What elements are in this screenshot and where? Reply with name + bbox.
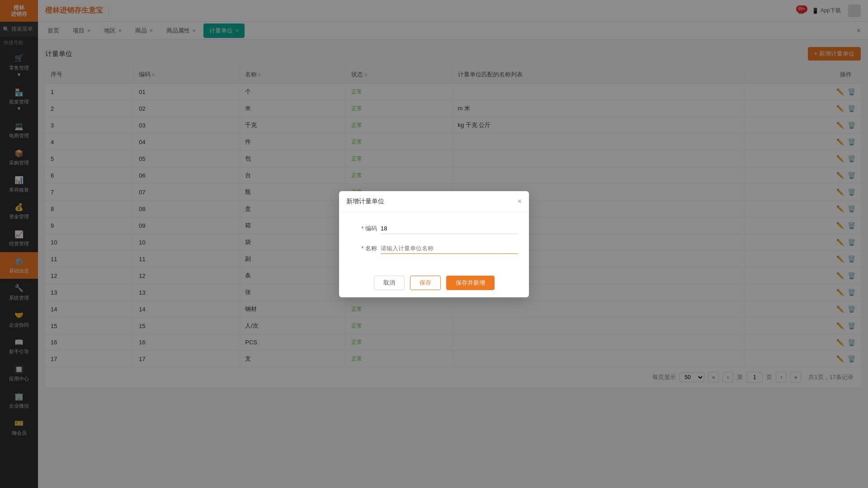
modal-footer: 取消 保存 保存并新增 — [339, 270, 529, 297]
name-form-row: 名称 — [350, 243, 518, 254]
name-label: 名称 — [350, 244, 377, 253]
modal-overlay: 新增计量单位 × 编码 名称 取消 保存 保存并新增 — [0, 0, 868, 488]
save-and-new-button[interactable]: 保存并新增 — [446, 276, 495, 290]
modal-close-btn[interactable]: × — [518, 197, 522, 206]
modal: 新增计量单位 × 编码 名称 取消 保存 保存并新增 — [339, 191, 529, 297]
modal-body: 编码 名称 — [339, 212, 529, 270]
cancel-button[interactable]: 取消 — [374, 276, 405, 290]
code-form-row: 编码 — [350, 223, 518, 234]
modal-title: 新增计量单位 — [346, 197, 384, 206]
code-label: 编码 — [350, 225, 377, 233]
save-button[interactable]: 保存 — [410, 276, 441, 290]
modal-header: 新增计量单位 × — [339, 191, 529, 212]
code-input[interactable] — [381, 223, 518, 234]
name-input[interactable] — [381, 243, 518, 254]
